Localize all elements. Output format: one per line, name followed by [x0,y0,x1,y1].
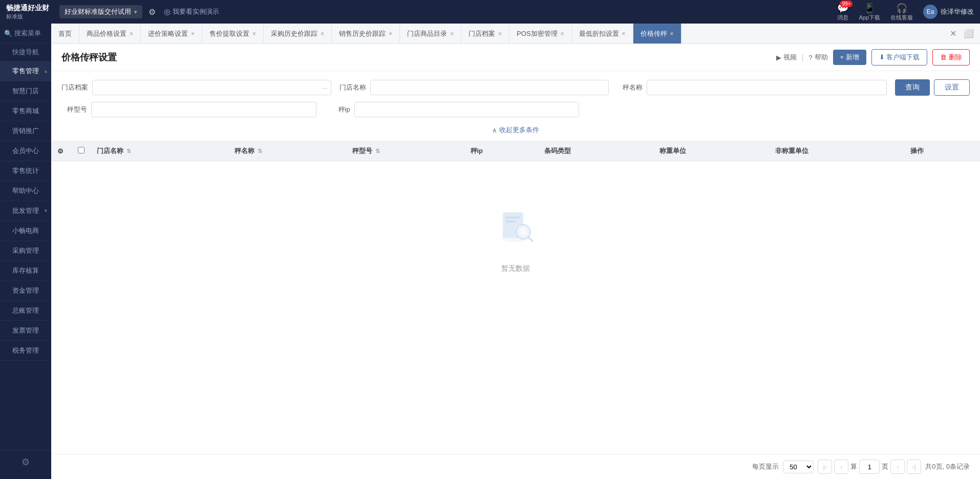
next-page-button[interactable]: › [890,460,905,474]
tab-sale-pickup[interactable]: 售价提取设置 × [202,24,264,44]
collapse-button[interactable]: ∧ 收起更多条件 [492,125,539,135]
sort-icon[interactable]: ⇅ [375,148,380,154]
svg-rect-3 [505,221,516,223]
tab-expand-icon[interactable]: ⬜ [962,28,976,39]
settings-button[interactable]: 设置 [934,79,970,96]
select-all-checkbox[interactable] [78,147,84,154]
sort-icon[interactable]: ⇅ [126,148,131,154]
tab-purchase-history[interactable]: 采购历史价跟踪 × [264,24,332,44]
tab-close-icon[interactable]: × [670,30,674,37]
sidebar-item-label: 税务管理 [12,346,39,354]
help-label: 帮助 [815,53,828,62]
tab-price-scale[interactable]: 价格传秤 × [633,24,681,44]
sidebar-item-retail-mall[interactable]: 零售商城 [0,101,51,121]
sidebar-item-general-ledger[interactable]: 总账管理 [0,301,51,321]
sidebar-quicknav[interactable]: 快捷导航 [0,43,51,61]
tab-home-label: 首页 [58,29,72,38]
version-selector[interactable]: 好业财标准版交付试用 ▾ [59,5,142,18]
prev-page-button[interactable]: ‹ [834,460,848,474]
page-title: 价格传秤设置 [61,51,776,63]
help-link[interactable]: ? 帮助 [808,53,827,62]
scale-model-input[interactable] [91,102,316,117]
sidebar-gear-icon[interactable]: ⚙ [0,450,51,474]
tab-sale-history[interactable]: 销售历史价跟踪 × [332,24,400,44]
scale-name-label: 秤名称 [617,83,643,92]
user-initials: Ea [927,8,934,15]
last-page-button[interactable]: ›| [907,460,921,474]
page-input[interactable] [859,460,880,474]
user-info[interactable]: Ea 徐泽华修改 [923,5,974,19]
message-action[interactable]: 💬 消息 99+ [837,3,848,21]
tab-close-icon[interactable]: × [252,30,256,37]
ellipsis-icon[interactable]: ··· [319,84,331,92]
demo-link[interactable]: ◎ 我要看实例演示 [164,7,219,16]
video-label: 视频 [783,53,797,62]
tab-min-discount[interactable]: 最低折扣设置 × [572,24,633,44]
tab-label: 门店档案 [468,29,495,38]
tab-close-icon[interactable]: × [389,30,392,37]
page-header: 价格传秤设置 ▶ 视频 | ? 帮助 + 新增 ⬇ 客户端下载 🗑 删除 [51,44,980,71]
store-name-field: 门店名称 [339,80,609,95]
sidebar-item-retail-stats[interactable]: 零售统计 [0,161,51,181]
sidebar-item-finance[interactable]: 资金管理 [0,281,51,301]
sidebar-item-member[interactable]: 会员中心 [0,141,51,161]
add-button[interactable]: + 新增 [833,50,866,65]
tab-bar: 首页 商品价格设置 × 进价策略设置 × 售价提取设置 × 采购历史价跟踪 × [51,24,980,44]
sidebar-item-help-center[interactable]: 帮助中心 [0,181,51,201]
tab-close-icon[interactable]: × [450,30,454,37]
video-link[interactable]: ▶ 视频 [776,53,797,62]
app-download-action[interactable]: 📱 App下载 [859,3,880,21]
tab-label: 进价策略设置 [148,29,188,38]
tab-store-catalog[interactable]: 门店商品目录 × [400,24,461,44]
gear-icon[interactable]: ⚙ [57,147,63,155]
th-weight-unit: 称重单位 [653,141,769,161]
tab-label: 销售历史价跟踪 [339,29,386,38]
tab-close-icon[interactable]: × [622,30,626,37]
quicknav-label: 快捷导航 [12,48,39,56]
tab-pos-encrypt[interactable]: POS加密管理 × [509,24,571,44]
download-button[interactable]: ⬇ 客户端下载 [871,49,928,66]
sidebar-search[interactable]: 🔍 搜索菜单 [0,24,51,43]
tab-purchase-strategy[interactable]: 进价策略设置 × [141,24,202,44]
th-weight-unit-label: 称重单位 [659,147,686,155]
sidebar: 🔍 搜索菜单 快捷导航 零售管理 智慧门店 零售商城 营销推广 会员中心 [0,24,51,479]
th-scale-model-label: 秤型号 [352,147,372,155]
sidebar-item-purchase-mgmt[interactable]: 采购管理 [0,241,51,261]
query-button[interactable]: 查询 [895,79,930,96]
eye-icon: ◎ [164,7,171,16]
sidebar-item-label: 帮助中心 [12,187,39,194]
sidebar-item-xiaochang-ec[interactable]: 小畅电商 [0,221,51,241]
divider: | [802,53,804,61]
sort-icon[interactable]: ⇅ [258,148,262,154]
sidebar-item-smart-store[interactable]: 智慧门店 [0,81,51,101]
page-word: 算 [850,462,857,471]
filter-collapse-row: ∧ 收起更多条件 [61,123,970,139]
store-name-input[interactable] [370,80,609,95]
settings-icon[interactable]: ⚙ [148,7,156,17]
scale-ip-input[interactable] [354,102,580,117]
tab-store-profile[interactable]: 门店档案 × [461,24,509,44]
th-scale-ip-label: 秤ip [471,147,483,155]
sidebar-item-marketing[interactable]: 营销推广 [0,121,51,141]
tab-close-icon[interactable]: × [561,30,564,37]
delete-button[interactable]: 🗑 删除 [932,49,970,66]
tab-close-icon[interactable]: × [321,30,324,37]
first-page-button[interactable]: |‹ [818,460,832,474]
sidebar-item-invoice-mgmt[interactable]: 发票管理 [0,321,51,341]
store-profile-input[interactable] [93,80,319,95]
online-service-action[interactable]: 🎧 在线客服 [890,3,913,21]
sidebar-item-inventory[interactable]: 库存核算 [0,261,51,281]
sidebar-item-retail-mgmt[interactable]: 零售管理 [0,61,51,81]
tab-bar-end: ✕ ⬜ [944,28,980,39]
per-page-select[interactable]: 50 10 20 100 [783,461,814,473]
scale-name-input[interactable] [647,80,887,95]
tab-close-icon[interactable]: × [498,30,502,37]
tab-home[interactable]: 首页 [51,24,79,44]
tab-close-icon[interactable]: × [130,30,133,37]
sidebar-item-tax-mgmt[interactable]: 税务管理 [0,341,51,361]
tab-close-all-icon[interactable]: ✕ [948,28,958,39]
th-store-name-label: 门店名称 [97,147,123,155]
tab-close-icon[interactable]: × [191,30,195,37]
sidebar-item-wholesale-mgmt[interactable]: 批发管理 [0,201,51,221]
tab-price-settings[interactable]: 商品价格设置 × [79,24,141,44]
